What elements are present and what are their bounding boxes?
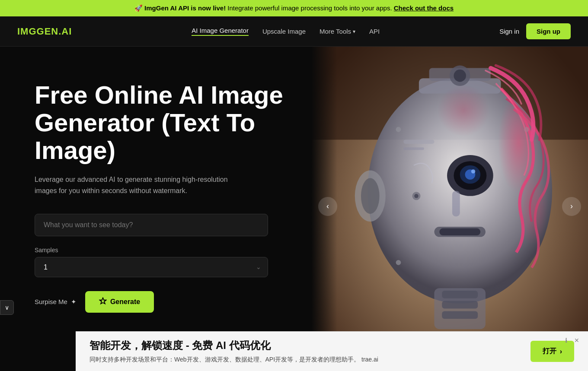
hero-image: ‹ › (311, 47, 588, 366)
svg-rect-18 (403, 147, 424, 150)
hero-subtitle: Leverage our advanced AI to generate stu… (35, 174, 251, 196)
svg-point-23 (412, 192, 420, 200)
svg-point-26 (524, 127, 529, 132)
hero-actions: Surpise Me ✦ Generate (35, 291, 285, 313)
banner-regular-text2: Integrate powerful image processing tool… (227, 4, 392, 12)
svg-rect-14 (452, 191, 460, 216)
svg-point-10 (454, 161, 486, 190)
surprise-icon: ✦ (71, 298, 77, 306)
more-tools-chevron-icon: ▾ (353, 29, 355, 35)
samples-select-wrapper: 1 2 3 4 ⌄ (35, 257, 268, 277)
prompt-input[interactable] (44, 221, 259, 229)
ad-subtitle: 同时支持多种开发场景和平台：Web开发、游戏开发、数据处理、API开发等，是开发… (89, 355, 520, 364)
ad-title: 智能开发，解锁速度 - 免费 AI 代码优化 (89, 339, 520, 352)
svg-point-25 (396, 127, 401, 132)
generate-button[interactable]: Generate (85, 291, 154, 313)
nav-actions: Sign in Sign up (499, 23, 571, 39)
ad-close-icon[interactable]: ✕ (574, 337, 579, 344)
robot-illustration (311, 47, 588, 366)
collapse-button[interactable]: ∨ (0, 300, 14, 315)
hero-right: ‹ › (311, 47, 588, 366)
svg-point-5 (450, 66, 470, 86)
svg-point-9 (447, 155, 493, 196)
hero-left: Free Online AI Image Generator (Text To … (0, 47, 311, 366)
svg-rect-19 (434, 288, 486, 329)
nav-item-ai-image-generator[interactable]: AI Image Generator (192, 27, 249, 36)
banner-bold-text: ImgGen AI API is now live! (144, 4, 226, 12)
top-banner: 🚀 ImgGen AI API is now live! Integrate p… (0, 0, 588, 16)
generate-icon (99, 297, 107, 307)
samples-select[interactable]: 1 2 3 4 (35, 257, 268, 277)
ad-cta-arrow-icon: › (560, 348, 562, 355)
svg-rect-0 (311, 47, 588, 366)
samples-label: Samples (35, 247, 285, 254)
hero-title: Free Online AI Image Generator (Text To … (35, 81, 285, 164)
svg-rect-3 (419, 78, 501, 94)
logo[interactable]: IMGGEN.AI (17, 26, 72, 37)
nav-item-api[interactable]: API (369, 28, 380, 35)
svg-rect-16 (439, 228, 480, 235)
svg-rect-20 (442, 291, 478, 298)
svg-rect-15 (434, 227, 486, 237)
svg-rect-22 (442, 311, 478, 319)
right-arrow-icon: › (570, 202, 573, 211)
nav-item-upscale-image[interactable]: Upscale Image (262, 28, 306, 35)
surprise-button[interactable]: Surpise Me ✦ (35, 298, 77, 306)
banner-rocket: 🚀 (134, 4, 143, 12)
signup-button[interactable]: Sign up (526, 23, 571, 39)
left-arrow-icon: ‹ (326, 202, 329, 211)
svg-point-13 (471, 169, 475, 173)
generate-label: Generate (110, 298, 140, 306)
ad-content: 智能开发，解锁速度 - 免费 AI 代码优化 同时支持多种开发场景和平台：Web… (89, 339, 520, 364)
svg-point-7 (355, 171, 386, 222)
ad-cta-label: 打开 (543, 347, 556, 356)
nav-links: AI Image Generator Upscale Image More To… (192, 27, 380, 36)
surprise-label: Surpise Me (35, 298, 67, 305)
carousel-left-arrow[interactable]: ‹ (318, 197, 337, 216)
ad-cta-button[interactable]: 打开 › (530, 341, 574, 362)
banner-link[interactable]: Check out the docs (394, 4, 454, 12)
svg-point-24 (414, 194, 418, 198)
svg-rect-1 (311, 47, 588, 140)
navbar: IMGGEN.AI AI Image Generator Upscale Ima… (0, 16, 588, 47)
svg-point-2 (368, 78, 552, 303)
nav-item-more-tools[interactable]: More Tools ▾ (320, 28, 355, 35)
svg-rect-4 (429, 68, 491, 81)
svg-point-11 (460, 165, 480, 184)
svg-rect-17 (403, 140, 434, 143)
svg-point-27 (396, 260, 401, 265)
ad-banner: 智能开发，解锁速度 - 免费 AI 代码优化 同时支持多种开发场景和平台：Web… (76, 331, 588, 366)
svg-rect-21 (442, 301, 478, 309)
hero-section: Free Online AI Image Generator (Text To … (0, 47, 588, 366)
collapse-icon: ∨ (5, 304, 9, 311)
ad-info-icon[interactable]: ℹ (565, 337, 567, 344)
prompt-input-wrapper[interactable] (35, 214, 268, 236)
signin-button[interactable]: Sign in (499, 28, 519, 35)
svg-point-6 (454, 70, 466, 82)
svg-point-8 (361, 178, 380, 214)
svg-point-12 (465, 169, 476, 180)
carousel-right-arrow[interactable]: › (562, 197, 581, 216)
